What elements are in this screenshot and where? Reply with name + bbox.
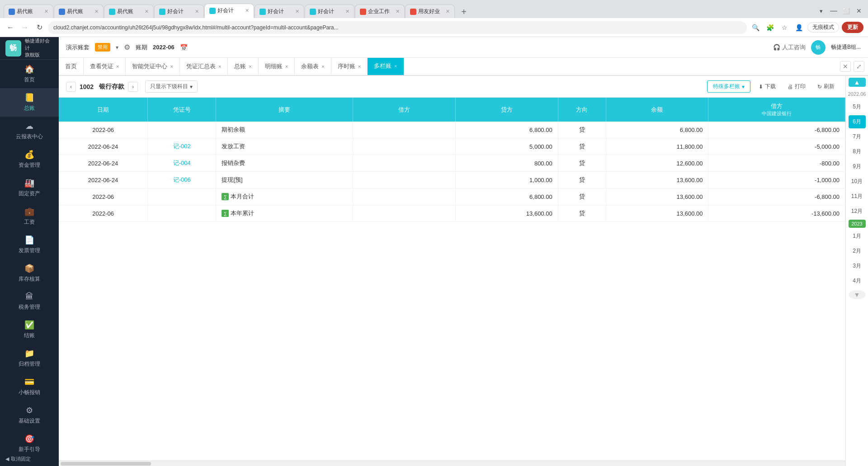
scroll-up-button[interactable]: ▲ — [849, 78, 866, 87]
expand-panel-button[interactable]: ⤢ — [854, 61, 864, 72]
tab-chronological-ledger[interactable]: 序时账 × — [331, 58, 368, 75]
tab-haohuiji-3[interactable]: 好会计 ✕ — [255, 5, 304, 18]
tab-close-icon[interactable]: ✕ — [44, 9, 48, 14]
month-item-6[interactable]: 6月 — [849, 115, 866, 128]
horizontal-scrollbar[interactable] — [59, 461, 845, 466]
sidebar-item-home[interactable]: 🏠 首页 — [0, 60, 59, 88]
sidebar-item-ledger[interactable]: 📒 总账 — [0, 88, 59, 117]
tab-close-icon[interactable]: ✕ — [295, 9, 299, 14]
month-item-1[interactable]: 1月 — [849, 230, 866, 243]
sidebar-item-archive[interactable]: 📁 归档管理 — [0, 344, 59, 372]
tab-yidaizhang-1[interactable]: 易代账 ✕ — [4, 5, 53, 18]
ledger-area: ‹ 1002 银行存款 › 只显示下级科目 ▾ 特殊多栏账 ▾ — [59, 76, 868, 466]
tab-enterprise[interactable]: 企业工作 ✕ — [355, 5, 405, 18]
month-item-4[interactable]: 4月 — [849, 274, 866, 287]
tab-view-voucher[interactable]: 查看凭证 × — [84, 58, 126, 75]
special-multi-button[interactable]: 特殊多栏账 ▾ — [707, 80, 750, 93]
update-button[interactable]: 更新 — [842, 22, 863, 33]
tab-yonyou[interactable]: 用友好业 ✕ — [405, 5, 455, 18]
month-item-11[interactable]: 11月 — [849, 190, 866, 203]
gear-icon[interactable]: ⚙ — [124, 43, 130, 52]
voucher-link[interactable]: 记-004 — [173, 160, 191, 166]
sidebar-item-invoice[interactable]: 📄 发票管理 — [0, 231, 59, 259]
unpin-button[interactable]: ◀ 取消固定 — [0, 452, 59, 466]
tab-haohuiji-4[interactable]: 好会计 ✕ — [305, 5, 354, 18]
month-item-12[interactable]: 12月 — [849, 205, 866, 218]
download-button[interactable]: ⬇ 下载 — [755, 81, 779, 92]
scroll-down-button[interactable]: ▼ — [849, 290, 866, 299]
tab-close-icon[interactable]: ✕ — [195, 9, 199, 14]
tab-multi-column[interactable]: 多栏账 × — [368, 58, 404, 75]
tab-close-icon[interactable]: ✕ — [245, 8, 249, 14]
sidebar-item-settings[interactable]: ⚙ 基础设置 — [0, 401, 59, 429]
tab-haohuiji-1[interactable]: 好会计 ✕ — [154, 5, 204, 18]
tab-add-button[interactable]: + — [457, 5, 471, 18]
voucher-link[interactable]: 记-002 — [173, 143, 191, 150]
tab-balance-sheet[interactable]: 余额表 × — [295, 58, 331, 75]
user-avatar[interactable]: 畅 — [811, 40, 826, 55]
tab-close-icon[interactable]: × — [249, 64, 251, 69]
sidebar-item-tax[interactable]: 🏛 税务管理 — [0, 287, 59, 315]
month-item-2[interactable]: 2月 — [849, 245, 866, 258]
wuhen-mode-button[interactable]: 无痕模式 — [807, 22, 839, 33]
prev-account-button[interactable]: ‹ — [66, 82, 76, 92]
sidebar-item-funds[interactable]: 💰 资金管理 — [0, 145, 59, 174]
consult-button[interactable]: 🎧 人工咨询 — [773, 43, 806, 52]
tab-close-icon[interactable]: ✕ — [345, 9, 349, 14]
back-button[interactable]: ← — [5, 22, 16, 33]
extension-icon[interactable]: 🧩 — [764, 22, 776, 33]
voucher-link[interactable]: 记-006 — [173, 176, 191, 183]
profile-icon[interactable]: 👤 — [793, 22, 805, 33]
url-bar[interactable]: cloud2.chanjet.com/accounting/uh26t264j5… — [48, 21, 747, 34]
sidebar-item-payroll[interactable]: 💼 工资 — [0, 202, 59, 231]
tab-general-ledger[interactable]: 总账 × — [228, 58, 258, 75]
calendar-icon[interactable]: 📅 — [180, 44, 188, 51]
tab-close-icon[interactable]: ✕ — [94, 9, 99, 14]
sidebar-item-expense[interactable]: 💳 小畅报销 — [0, 372, 59, 401]
tab-close-icon[interactable]: × — [285, 64, 288, 69]
tab-close-icon[interactable]: × — [394, 63, 397, 69]
close-button[interactable]: ✕ — [854, 5, 864, 16]
tab-close-icon[interactable]: × — [170, 64, 173, 69]
month-item-5[interactable]: 5月 — [849, 100, 866, 113]
sidebar-item-cloud-report[interactable]: ☁ 云报表中心 — [0, 117, 59, 145]
dropdown-arrow[interactable]: ▾ — [116, 44, 118, 51]
maximize-button[interactable]: ⬜ — [841, 5, 852, 16]
month-item-3[interactable]: 3月 — [849, 259, 866, 273]
next-account-button[interactable]: › — [128, 82, 138, 92]
sidebar-item-guide[interactable]: 🎯 新手引导 — [0, 429, 59, 452]
close-panel-button[interactable]: ✕ — [840, 61, 851, 72]
sidebar-item-inventory[interactable]: 📦 库存核算 — [0, 259, 59, 287]
tab-close-icon[interactable]: ✕ — [145, 9, 149, 14]
sidebar-item-assets[interactable]: 🏭 固定资产 — [0, 174, 59, 202]
cell-extra: -800.00 — [708, 155, 845, 172]
tab-detail-ledger[interactable]: 明细账 × — [259, 58, 295, 75]
month-item-7[interactable]: 7月 — [849, 130, 866, 143]
month-item-8[interactable]: 8月 — [849, 145, 866, 158]
tab-yidaizhang-2[interactable]: 易代账 ✕ — [54, 5, 104, 18]
tab-haohuiji-2-active[interactable]: 好会计 ✕ — [204, 4, 254, 18]
subcategory-filter[interactable]: 只显示下级科目 ▾ — [145, 80, 198, 93]
refresh-button[interactable]: ↻ 刷新 — [814, 81, 838, 92]
search-icon[interactable]: 🔍 — [750, 22, 761, 33]
tab-close-icon[interactable]: × — [218, 64, 221, 69]
tab-list-button[interactable]: ▾ — [816, 5, 826, 16]
month-item-10[interactable]: 10月 — [849, 175, 866, 188]
tab-close-icon[interactable]: ✕ — [446, 9, 450, 14]
forward-button[interactable]: → — [19, 22, 31, 33]
tab-yidaizhang-3[interactable]: 易代账 ✕ — [104, 5, 154, 18]
tab-close-icon[interactable]: × — [321, 64, 324, 69]
print-button[interactable]: 🖨 打印 — [784, 81, 809, 92]
minimize-button[interactable]: — — [828, 5, 839, 16]
tab-close-icon[interactable]: × — [116, 64, 119, 69]
reload-button[interactable]: ↻ — [33, 22, 45, 33]
scroll-thumb[interactable] — [61, 462, 151, 466]
tab-voucher-summary[interactable]: 凭证汇总表 × — [180, 58, 228, 75]
tab-close-icon[interactable]: ✕ — [396, 9, 400, 14]
tab-close-icon[interactable]: × — [358, 64, 361, 69]
sidebar-item-settlement[interactable]: ✅ 结账 — [0, 315, 59, 344]
bookmark-icon[interactable]: ☆ — [778, 22, 790, 33]
month-item-9[interactable]: 9月 — [849, 160, 866, 173]
tab-home[interactable]: 首页 — [59, 58, 84, 75]
tab-smart-voucher[interactable]: 智能凭证中心 × — [126, 58, 179, 75]
